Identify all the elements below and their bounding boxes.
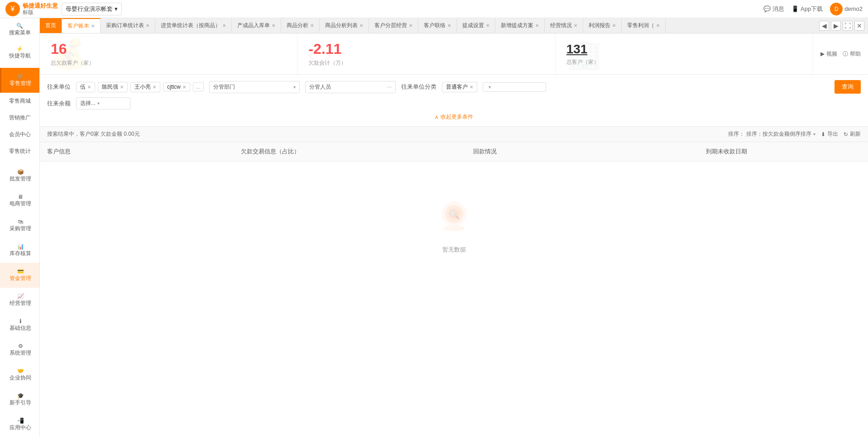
collapse-btn[interactable]: ∧ 收起更多条件	[435, 113, 473, 121]
user-area[interactable]: D demo2	[830, 3, 863, 15]
refresh-btn[interactable]: ↻ 刷新	[844, 130, 861, 138]
inventory-icon: 📊	[5, 243, 36, 250]
company-selector[interactable]: 母婴行业演示帐套 ▾	[62, 3, 122, 15]
filter-dept-select[interactable]: 分管部门 ▾	[209, 81, 300, 93]
tab-goods-analysis[interactable]: 商品分析 ✕	[281, 18, 320, 33]
chevron-down-icon-sort: ▾	[813, 132, 815, 137]
tab-goods-analysis-list[interactable]: 商品分析列表 ✕	[320, 18, 369, 33]
tab-cost-in[interactable]: 产成品入库单 ✕	[232, 18, 281, 33]
tab-close-icon-2[interactable]: ✕	[146, 23, 149, 28]
filter-person-more[interactable]: ···	[387, 84, 392, 90]
tab-close-icon-13[interactable]: ✕	[656, 23, 660, 28]
stat-value-total-customers[interactable]: 131	[566, 42, 599, 57]
tab-close-icon-7[interactable]: ✕	[409, 23, 412, 28]
export-label: 导出	[827, 130, 838, 138]
sidebar-item-enterprise[interactable]: 🤝 企业协同	[0, 362, 39, 387]
sidebar-item-quicknav[interactable]: ⚡ 快捷导航	[0, 41, 39, 64]
capital-icon: 💳	[5, 268, 36, 275]
filter-row-2: 往来余额 选择... ▾	[47, 97, 861, 109]
sidebar-item-purchase[interactable]: 🛍 采购管理	[0, 213, 39, 238]
sidebar-item-basic-info[interactable]: ℹ 基础信息	[0, 313, 39, 337]
tab-prev-btn[interactable]: ◀	[819, 21, 829, 31]
filter-tag-wu[interactable]: 伍 ✕	[76, 82, 95, 92]
collapse-label: 收起更多条件	[441, 113, 473, 121]
sidebar-item-retail-stats[interactable]: 零售统计	[0, 143, 39, 160]
sidebar-item-operation[interactable]: 📈 经营管理	[0, 288, 39, 313]
empty-label: 暂无数据	[442, 246, 466, 254]
tab-home[interactable]: 首页	[40, 18, 62, 33]
filter-tag-cj-close[interactable]: ✕	[182, 85, 186, 90]
tab-close-icon[interactable]: ✕	[91, 24, 95, 28]
filter-tag-chen[interactable]: 陈民强 ✕	[98, 82, 128, 92]
tab-operation-status[interactable]: 经营情况 ✕	[545, 18, 583, 33]
help-link[interactable]: ⓘ 帮助	[843, 50, 861, 58]
message-btn[interactable]: 💬 消息	[763, 5, 784, 13]
sidebar-item-ecommerce[interactable]: 🖥 电商管理	[0, 188, 39, 213]
tab-customer-segment[interactable]: 客户分层经营 ✕	[369, 18, 418, 33]
tab-customer-contact[interactable]: 客户联络 ✕	[418, 18, 457, 33]
filter-tag-wu-close[interactable]: ✕	[87, 85, 91, 90]
operation-icon: 📈	[5, 293, 36, 299]
sidebar-item-capital[interactable]: 💳 资金管理	[0, 263, 39, 288]
sidebar-item-system[interactable]: ⚙ 系统管理	[0, 337, 39, 362]
filter-tag-normal-close[interactable]: ✕	[470, 85, 473, 90]
tab-stock-stats[interactable]: 进货单统计表（按商品） ✕	[155, 18, 232, 33]
tab-promote-settings[interactable]: 提成设置 ✕	[457, 18, 495, 33]
tab-close-icon-9[interactable]: ✕	[486, 23, 489, 28]
tab-close-all-btn[interactable]: ✕	[854, 21, 864, 31]
capital-label: 资金管理	[5, 275, 36, 282]
sidebar-item-retail-mall[interactable]: 零售商城	[0, 93, 39, 109]
filter-unit-label: 往来单位	[47, 83, 71, 91]
sidebar-item-member-center[interactable]: 会员中心	[0, 126, 39, 143]
filter-tag-chen-close[interactable]: ✕	[120, 85, 124, 90]
goods-analysis-list-tab-label: 商品分析列表	[325, 22, 358, 29]
filter-tag-wang-close[interactable]: ✕	[153, 85, 156, 90]
filter-tag-wang[interactable]: 王小亮 ✕	[130, 82, 160, 92]
tab-close-icon-5[interactable]: ✕	[310, 23, 314, 28]
collapse-icon: ∧	[435, 114, 439, 120]
purchase-icon: 🛍	[5, 218, 36, 225]
tab-close-icon-6[interactable]: ✕	[360, 23, 363, 28]
sidebar-item-batch-manage[interactable]: 📦 批发管理	[0, 163, 39, 188]
tab-retail-profit[interactable]: 零售利润（ ✕	[622, 18, 666, 33]
tab-next-btn[interactable]: ▶	[831, 21, 841, 31]
query-button[interactable]: 查询	[834, 80, 861, 94]
app-download-btn[interactable]: 📱 App下载	[791, 5, 823, 13]
filter-person-select[interactable]: 分管人员 ···	[305, 81, 396, 93]
sub-brand: 标版	[23, 9, 58, 15]
filter-more-btn[interactable]: ...	[193, 82, 204, 91]
sidebar-item-app-center[interactable]: 📲 应用中心	[0, 412, 39, 437]
sidebar-item-search[interactable]: 🔍 搜索菜单	[0, 18, 39, 41]
help-label: 帮助	[850, 50, 861, 58]
tab-customer-account[interactable]: 客户账本 ✕	[62, 18, 101, 33]
tab-add-promote[interactable]: 新增提成方案 ✕	[495, 18, 545, 33]
filter-tag-normal-customer[interactable]: 普通客户 ✕	[442, 82, 477, 92]
message-icon: 💬	[763, 5, 771, 12]
sidebar-item-retail-manage[interactable]: 🛒 零售管理	[0, 68, 39, 93]
tabbar: 首页 客户账本 ✕ 采购订单统计表 ✕ 进货单统计表（按商品） ✕ 产成品入库单…	[40, 18, 868, 33]
sidebar-item-newbie[interactable]: 🎓 新手引导	[0, 387, 39, 412]
tab-close-icon-11[interactable]: ✕	[574, 23, 577, 28]
filter-unit-class-select[interactable]: ▾	[483, 82, 546, 92]
tab-profit-report[interactable]: 利润报告 ✕	[583, 18, 622, 33]
tab-purchase-order[interactable]: 采购订单统计表 ✕	[101, 18, 155, 33]
help-icon: ⓘ	[843, 50, 848, 58]
export-btn[interactable]: ⬇ 导出	[821, 130, 838, 138]
sidebar-item-marketing[interactable]: 营销推广	[0, 109, 39, 126]
tab-close-icon-8[interactable]: ✕	[447, 23, 451, 28]
tab-close-icon-4[interactable]: ✕	[272, 23, 275, 28]
main-layout: 🔍 搜索菜单 ⚡ 快捷导航 🛒 零售管理 零售商城 营销推广 会员中心 零售统计…	[0, 18, 868, 437]
tab-close-icon-3[interactable]: ✕	[222, 23, 226, 28]
filter-tag-wu-label: 伍	[80, 83, 86, 91]
tab-maximize-btn[interactable]: ⛶	[843, 21, 853, 31]
enterprise-label: 企业协同	[5, 374, 36, 382]
sidebar-item-inventory[interactable]: 📊 库存核算	[0, 238, 39, 263]
stock-stats-tab-label: 进货单统计表（按商品）	[161, 22, 221, 29]
tab-close-icon-10[interactable]: ✕	[535, 23, 539, 28]
cost-in-tab-label: 产成品入库单	[237, 22, 270, 29]
tab-close-icon-12[interactable]: ✕	[612, 23, 616, 28]
filter-balance-select[interactable]: 选择... ▾	[76, 97, 130, 109]
sort-select[interactable]: 排序： 排序：按欠款金额倒序排序 ▾	[728, 130, 815, 138]
video-link[interactable]: ▶ 视频	[820, 50, 837, 58]
filter-tag-cj[interactable]: cjttcw ✕	[163, 82, 190, 91]
